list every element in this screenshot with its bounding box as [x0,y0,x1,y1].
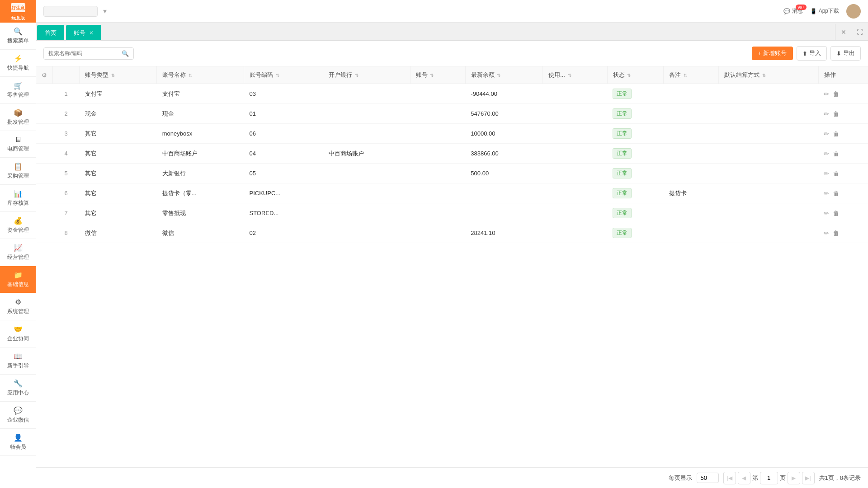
sidebar-label-purchase: 采购管理 [7,172,29,180]
sidebar-item-quick-nav[interactable]: ⚡ 快捷导航 [0,50,36,77]
row-default-settle [719,203,818,223]
row-type: 其它 [80,124,157,144]
sidebar-label-member: 畅会员 [10,443,26,451]
app-download-button[interactable]: 📱 App下载 [810,7,839,15]
import-button[interactable]: ⬆ 导入 [797,46,827,61]
search-icon[interactable]: 🔍 [122,50,129,57]
delete-icon[interactable]: 🗑 [833,190,839,197]
sidebar-item-system[interactable]: ⚙ 系统管理 [0,293,36,320]
column-type[interactable]: 账号类型 ⇅ [80,66,157,84]
column-bank[interactable]: 开户银行 ⇅ [323,66,410,84]
column-code[interactable]: 账号编码 ⇅ [244,66,323,84]
sidebar-item-basic-info[interactable]: 📁 基础信息 [0,266,36,293]
sidebar-label-retail: 零售管理 [7,91,29,99]
edit-icon[interactable]: ✏ [824,190,829,197]
sidebar-item-app-center[interactable]: 🔧 应用中心 [0,375,36,402]
row-checkbox[interactable] [36,203,53,223]
delete-icon[interactable]: 🗑 [833,150,839,157]
sidebar-item-member[interactable]: 👤 畅会员 [0,429,36,456]
row-status: 正常 [607,84,664,104]
topbar-search-input[interactable] [43,6,98,17]
sidebar-item-ecommerce[interactable]: 🖥 电商管理 [0,131,36,158]
row-bank: 中百商场账户 [323,144,410,164]
sidebar-item-retail[interactable]: 🛒 零售管理 [0,77,36,104]
sidebar-item-new-guide[interactable]: 📖 新手引导 [0,347,36,375]
edit-icon[interactable]: ✏ [824,130,829,137]
row-checkbox[interactable] [36,144,53,164]
column-status[interactable]: 状态 ⇅ [607,66,664,84]
edit-icon[interactable]: ✏ [824,170,829,177]
sidebar-item-enterprise-wechat[interactable]: 💬 企业微信 [0,402,36,429]
window-expand-button[interactable]: ⛶ [852,24,868,40]
row-status: 正常 [607,124,664,144]
topbar-dropdown-icon[interactable]: ▾ [103,7,107,15]
row-checkbox[interactable] [36,84,53,104]
delete-icon[interactable]: 🗑 [833,230,839,237]
quick-nav-icon: ⚡ [14,54,23,63]
prev-page-button[interactable]: ◀ [738,472,750,484]
row-status: 正常 [607,183,664,203]
edit-icon[interactable]: ✏ [824,150,829,157]
sidebar-item-purchase[interactable]: 📋 采购管理 [0,158,36,185]
tab-home-label: 首页 [45,29,57,37]
logo-icon: 好生意 [10,1,26,14]
row-status: 正常 [607,164,664,183]
sidebar-item-operations[interactable]: 📈 经营管理 [0,239,36,266]
delete-icon[interactable]: 🗑 [833,110,839,117]
row-checkbox[interactable] [36,164,53,183]
search-box: 🔍 [43,47,134,60]
tab-accounts-label: 账号 [74,29,85,37]
export-button[interactable]: ⬇ 导出 [830,46,861,61]
delete-icon[interactable]: 🗑 [833,170,839,177]
edit-icon[interactable]: ✏ [824,210,829,217]
next-page-button[interactable]: ▶ [788,472,800,484]
message-button[interactable]: 💬 消息 99+ [783,7,803,15]
column-account[interactable]: 账号 ⇅ [410,66,465,84]
row-bank [323,203,410,223]
column-actions: 操作 [818,66,868,84]
current-page-input[interactable] [760,472,778,484]
inventory-icon: 📊 [14,189,23,198]
sidebar-item-enterprise[interactable]: 🤝 企业协同 [0,320,36,347]
edit-icon[interactable]: ✏ [824,230,829,237]
sidebar-item-wholesale[interactable]: 📦 批发管理 [0,104,36,131]
delete-icon[interactable]: 🗑 [833,90,839,98]
add-account-button[interactable]: + 新增账号 [752,47,793,60]
column-note[interactable]: 备注 ⇅ [664,66,719,84]
edit-icon[interactable]: ✏ [824,110,829,117]
sidebar-item-search-menu[interactable]: 🔍 搜索菜单 [0,23,36,50]
enterprise-wechat-icon: 💬 [14,406,23,415]
message-icon: 💬 [783,8,790,14]
row-account [410,144,465,164]
row-checkbox[interactable] [36,183,53,203]
sidebar-item-finance[interactable]: 💰 资金管理 [0,212,36,239]
column-settings-icon[interactable]: ⚙ [36,66,53,84]
tab-home[interactable]: 首页 [37,25,64,40]
row-checkbox[interactable] [36,124,53,144]
tab-accounts-close-icon[interactable]: ✕ [89,30,94,36]
table-row: 3 其它 moneybosx 06 10000.00 正常 ✏ 🗑 [36,124,868,144]
page-size-select[interactable]: 50 [697,473,719,483]
row-checkbox[interactable] [36,223,53,243]
row-bank [323,223,410,243]
delete-icon[interactable]: 🗑 [833,130,839,137]
first-page-button[interactable]: |◀ [723,472,736,484]
last-page-button[interactable]: ▶| [802,472,815,484]
window-close-button[interactable]: ✕ [835,24,852,40]
sidebar-item-inventory[interactable]: 📊 库存核算 [0,185,36,212]
column-balance[interactable]: 最新余额 ⇅ [465,66,542,84]
row-name: 中百商场账户 [157,144,244,164]
row-type: 其它 [80,203,157,223]
row-code: PICKUPC... [244,183,323,203]
user-avatar[interactable] [846,4,861,19]
row-checkbox[interactable] [36,104,53,124]
row-actions: ✏ 🗑 [818,144,868,164]
search-input[interactable] [48,50,122,56]
column-name[interactable]: 账号名称 ⇅ [157,66,244,84]
tab-accounts[interactable]: 账号 ✕ [66,25,101,40]
edit-icon[interactable]: ✏ [824,90,829,98]
table-row: 8 微信 微信 02 28241.10 正常 ✏ 🗑 [36,223,868,243]
column-default-settle[interactable]: 默认结算方式 ⇅ [719,66,818,84]
column-usage[interactable]: 使用... ⇅ [543,66,608,84]
delete-icon[interactable]: 🗑 [833,210,839,217]
